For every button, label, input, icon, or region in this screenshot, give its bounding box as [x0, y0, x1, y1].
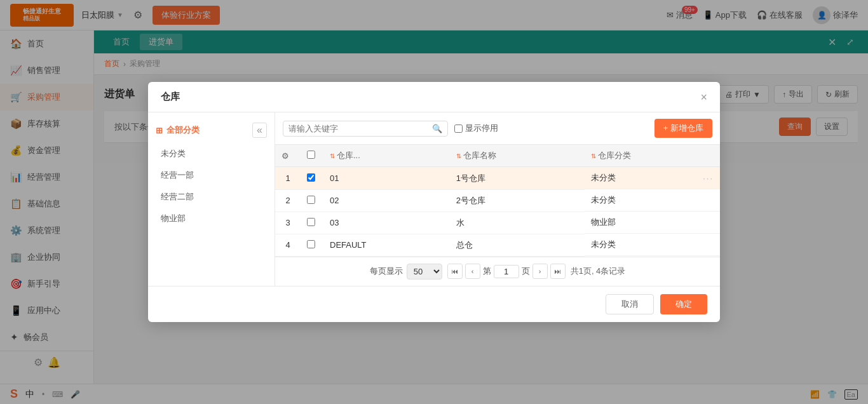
row-name: 水: [450, 212, 585, 234]
th-name: ⇅ 仓库名称: [450, 145, 585, 167]
row-checkbox[interactable]: [307, 240, 315, 248]
row-name: 1号仓库: [450, 167, 585, 190]
sort-code-icon[interactable]: ⇅: [330, 152, 335, 159]
row-num: 2: [275, 189, 301, 212]
pagination-next-button[interactable]: ›: [532, 264, 548, 279]
page-label: 第: [483, 266, 491, 277]
table-body: 1 01 1号仓库 未分类 ··· 2 02 2号仓库 未分类 3: [275, 167, 720, 257]
row-code: 01: [323, 167, 450, 190]
row-checkbox-cell: [301, 189, 323, 212]
table-row[interactable]: 3 03 水 物业部: [275, 212, 720, 234]
th-code: ⇅ 仓库...: [323, 145, 450, 167]
table-row[interactable]: 4 DEFAULT 总仓 未分类: [275, 234, 720, 256]
cancel-button[interactable]: 取消: [606, 294, 654, 314]
modal-close-button[interactable]: ×: [700, 91, 707, 103]
th-category: ⇅ 仓库分类: [585, 145, 720, 167]
tree-all-category[interactable]: ⊞ 全部分类: [156, 125, 200, 136]
row-category: 未分类: [585, 234, 720, 256]
pagination-total: 共1页, 4条记录: [571, 266, 626, 277]
tree-collapse-button[interactable]: «: [252, 123, 267, 138]
row-checkbox[interactable]: [307, 196, 315, 204]
new-warehouse-button[interactable]: + 新增仓库: [654, 119, 712, 138]
row-checkbox-cell: [301, 234, 323, 256]
modal-pagination: 每页显示 50 20 100 ⏮ ‹ 第 页 ›: [275, 257, 720, 286]
search-input[interactable]: [288, 124, 428, 133]
show-disabled-checkbox[interactable]: [454, 125, 463, 133]
pagination-nav: ⏮ ‹ 第 页 › ⏭: [447, 264, 566, 279]
row-code: DEFAULT: [323, 234, 450, 256]
row-code: 03: [323, 212, 450, 234]
row-num: 1: [275, 167, 301, 190]
warehouse-modal: 仓库 × ⊞ 全部分类 « 未分类 经营一部: [148, 82, 720, 322]
th-settings: ⚙: [275, 145, 301, 167]
table-row[interactable]: 2 02 2号仓库 未分类: [275, 189, 720, 212]
search-input-wrap: 🔍: [283, 121, 448, 137]
row-num: 3: [275, 212, 301, 234]
search-icon[interactable]: 🔍: [432, 124, 442, 133]
row-category: 未分类 ···: [585, 167, 720, 189]
per-page-label: 每页显示: [370, 266, 403, 277]
modal-search-bar: 🔍 显示停用 + 新增仓库: [275, 112, 720, 145]
row-checkbox-cell: [301, 212, 323, 234]
table-row[interactable]: 1 01 1号仓库 未分类 ···: [275, 167, 720, 190]
tree-item-dept2[interactable]: 经营二部: [148, 186, 275, 208]
modal-body: ⊞ 全部分类 « 未分类 经营一部 经营二部 物业部: [148, 112, 720, 286]
row-checkbox-cell: [301, 167, 323, 190]
row-name: 2号仓库: [450, 189, 585, 212]
row-code: 02: [323, 189, 450, 212]
show-disabled-checkbox-label: 显示停用: [454, 123, 498, 134]
show-disabled-text: 显示停用: [465, 123, 498, 134]
tree-all-label: 全部分类: [166, 125, 200, 136]
row-actions[interactable]: ···: [703, 173, 714, 183]
row-checkbox[interactable]: [307, 218, 315, 226]
confirm-button[interactable]: 确定: [660, 294, 707, 314]
tree-grid-icon: ⊞: [156, 126, 163, 135]
per-page-selector: 每页显示 50 20 100: [370, 264, 442, 279]
row-checkbox[interactable]: [307, 173, 315, 182]
modal-footer: 取消 确定: [148, 286, 720, 322]
warehouse-table-wrap: ⚙ ⇅ 仓库...: [275, 145, 720, 257]
tree-header: ⊞ 全部分类 «: [148, 118, 275, 143]
row-num: 4: [275, 234, 301, 256]
tree-item-dept1[interactable]: 经营一部: [148, 165, 275, 186]
tree-item-property[interactable]: 物业部: [148, 208, 275, 229]
row-name: 总仓: [450, 234, 585, 256]
per-page-select[interactable]: 50 20 100: [407, 264, 442, 279]
sort-name-icon[interactable]: ⇅: [456, 152, 461, 159]
pagination-prev-button[interactable]: ‹: [465, 264, 480, 279]
tree-item-uncategorized[interactable]: 未分类: [148, 143, 275, 165]
pagination-first-button[interactable]: ⏮: [447, 264, 463, 279]
modal-overlay: 仓库 × ⊞ 全部分类 « 未分类 经营一部: [0, 0, 868, 404]
warehouse-table: ⚙ ⇅ 仓库...: [275, 145, 720, 257]
table-header-row: ⚙ ⇅ 仓库...: [275, 145, 720, 167]
page-unit: 页: [522, 266, 530, 277]
row-category: 未分类: [585, 189, 720, 212]
modal-tree: ⊞ 全部分类 « 未分类 经营一部 经营二部 物业部: [148, 112, 275, 286]
select-all-checkbox[interactable]: [307, 151, 315, 159]
modal-header: 仓库 ×: [148, 82, 720, 112]
th-checkbox: [301, 145, 323, 167]
pagination-last-button[interactable]: ⏭: [550, 264, 566, 279]
sort-category-icon[interactable]: ⇅: [591, 152, 596, 159]
row-category: 物业部: [585, 212, 720, 234]
page-number-input[interactable]: [494, 265, 519, 278]
modal-title: 仓库: [161, 91, 180, 103]
modal-right: 🔍 显示停用 + 新增仓库 ⚙: [275, 112, 720, 286]
